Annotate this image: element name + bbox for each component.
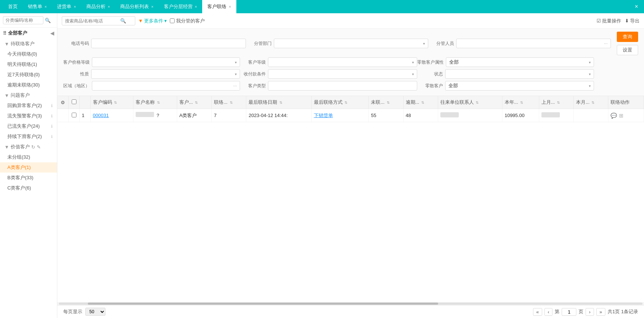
- sidebar-item-class-b[interactable]: B类客户(33): [0, 173, 57, 183]
- filter-customer-type-input[interactable]: [268, 81, 417, 91]
- scrollbar-thumb[interactable]: [88, 303, 438, 305]
- qr-icon[interactable]: ⊞: [619, 113, 623, 119]
- col-last-method[interactable]: 最后联络方式 ⇅: [311, 96, 369, 109]
- sidebar-item-declining[interactable]: 持续下滑客户(2) ℹ: [0, 131, 57, 142]
- col-name[interactable]: 客户名称 ⇅: [133, 96, 177, 109]
- col-overdue[interactable]: 逾期... ⇅: [403, 96, 438, 109]
- prev-page-btn[interactable]: ‹: [544, 308, 552, 316]
- filter-status-select[interactable]: ▾: [445, 69, 594, 79]
- batch-op-btn[interactable]: ☑ 批量操作: [597, 18, 621, 24]
- col-contact[interactable]: 联络... ⇅: [212, 96, 246, 109]
- sort-contact-icon: ⇅: [230, 100, 233, 105]
- filter-payment-select[interactable]: ▾: [268, 69, 417, 79]
- sidebar-search-icon[interactable]: 🔍: [45, 18, 51, 23]
- filter-nature-select[interactable]: ▾: [91, 69, 240, 79]
- page-label: 第: [555, 308, 559, 315]
- sidebar-item-unclassified[interactable]: 未分组(32): [0, 152, 57, 162]
- sidebar-search-input[interactable]: [3, 16, 43, 24]
- sidebar-search-container: 🔍: [0, 13, 57, 28]
- close-sales-tab[interactable]: ×: [44, 4, 47, 9]
- close-product-list-tab[interactable]: ×: [151, 4, 153, 9]
- pending-contact-group[interactable]: ▼ 待联络客户: [0, 39, 57, 49]
- horizontal-scrollbar[interactable]: [57, 302, 644, 305]
- col-gear[interactable]: ⚙: [57, 96, 68, 109]
- col-code[interactable]: 客户编码 ⇅: [90, 96, 133, 109]
- filter-retail-attr-select[interactable]: 全部 ▾: [446, 57, 594, 67]
- main-search-input[interactable]: [65, 18, 120, 24]
- sidebar-item-overdue[interactable]: 逾期未联络(30): [0, 80, 57, 90]
- refresh-icon[interactable]: ↻: [31, 144, 35, 150]
- nav-sales[interactable]: 销售单 ×: [23, 0, 52, 13]
- filter-icon: ▼: [138, 18, 143, 24]
- collapse-icon[interactable]: ◀: [50, 31, 54, 36]
- info-icon1: ℹ: [51, 103, 53, 108]
- col-this-year[interactable]: 本年... ⇅: [502, 96, 539, 109]
- sidebar-item-7days[interactable]: 近7天待联络(0): [0, 70, 57, 80]
- main-search-icon[interactable]: 🔍: [120, 18, 126, 24]
- my-customer-checkbox[interactable]: [170, 18, 175, 23]
- col-last-month[interactable]: 上月... ⇅: [539, 96, 573, 109]
- sidebar-item-class-a[interactable]: A类客户(1): [0, 162, 57, 173]
- close-purchase-tab[interactable]: ×: [74, 4, 76, 9]
- more-filters-btn[interactable]: ▼ 更多条件 ▾: [138, 18, 167, 24]
- close-customer-tier-tab[interactable]: ×: [195, 4, 197, 9]
- sort-overdue-icon: ⇅: [421, 100, 424, 105]
- row-code[interactable]: 000031: [90, 109, 133, 122]
- last-method-link[interactable]: 下销货单: [314, 113, 333, 118]
- filter-nature: 性质 ▾: [63, 69, 240, 79]
- first-page-btn[interactable]: «: [533, 308, 542, 316]
- filter-customer-level-select[interactable]: ▾: [268, 57, 417, 67]
- nav-product-analysis[interactable]: 商品分析 ×: [81, 0, 115, 13]
- row-index: 1: [79, 109, 90, 122]
- value-customers-group[interactable]: ▼ 价值客户 ↻ ✎: [0, 142, 57, 152]
- nav-home[interactable]: 首页: [3, 0, 23, 13]
- export-btn[interactable]: ⬇ 导出: [625, 18, 640, 24]
- last-page-btn[interactable]: »: [596, 308, 605, 316]
- sort-nocontact-icon: ⇅: [387, 100, 390, 105]
- nav-product-list[interactable]: 商品分析列表 ×: [115, 0, 158, 13]
- next-page-btn[interactable]: ›: [586, 308, 594, 316]
- select-all-checkbox[interactable]: [72, 99, 76, 104]
- filter-dept: 分管部门 ▾: [246, 39, 429, 48]
- sidebar-item-tomorrow[interactable]: 明天待联络(1): [0, 59, 57, 70]
- problem-customers-group[interactable]: ▼ 问题客户: [0, 90, 57, 100]
- nav-customer-tier[interactable]: 客户分层经营 ×: [159, 0, 202, 13]
- filter-row-2: 客户价格等级 ▾ 客户等级 ▾ 零散客户属性 全部 ▾: [63, 57, 638, 67]
- close-product-analysis-tab[interactable]: ×: [108, 4, 110, 9]
- my-customer-toggle[interactable]: 我分管的客户: [170, 18, 205, 24]
- edit-icon[interactable]: ✎: [37, 144, 41, 150]
- col-this-month[interactable]: 本月... ⇅: [573, 96, 608, 109]
- close-all-btn[interactable]: ×: [632, 3, 641, 10]
- action-icons: 💬 ⊞: [611, 113, 641, 119]
- col-last-date[interactable]: 最后联络日期 ⇅: [246, 96, 311, 109]
- page-input[interactable]: [562, 308, 576, 316]
- col-no-contact[interactable]: 未联... ⇅: [369, 96, 403, 109]
- sidebar-item-today[interactable]: 今天待联络(0): [0, 49, 57, 59]
- row-select-checkbox[interactable]: [72, 113, 76, 117]
- sidebar-item-repurchase-abnormal[interactable]: 回购异常客户(2) ℹ: [0, 100, 57, 111]
- message-icon[interactable]: 💬: [611, 113, 617, 119]
- sidebar-item-class-c[interactable]: C类客户(6): [0, 183, 57, 193]
- nav-purchase[interactable]: 进货单 ×: [52, 0, 81, 13]
- filter-phone-input[interactable]: [91, 39, 246, 48]
- settings-button[interactable]: 设置: [617, 45, 638, 55]
- close-customer-contact-tab[interactable]: ×: [229, 4, 231, 9]
- main-layout: 🔍 ⠿ 全部客户 ◀ ▼ 待联络客户 今天待联络(0) 明天待联络(1) 近7天…: [0, 13, 644, 318]
- sidebar-item-churned[interactable]: 已流失客户(24) ℹ: [0, 121, 57, 131]
- filter-dept-select[interactable]: ▾: [274, 39, 429, 48]
- row-checkbox[interactable]: [68, 109, 79, 122]
- query-button[interactable]: 查询: [617, 32, 638, 42]
- filter-manager-input[interactable]: ···: [456, 39, 611, 48]
- sort-lastmonth-icon: ⇅: [557, 100, 560, 105]
- nav-customer-contact[interactable]: 客户联络 ×: [202, 0, 236, 13]
- col-unit-contact[interactable]: 往来单位联系人 ⇅: [438, 96, 502, 109]
- filter-retail-customer-select[interactable]: 全部 ▾: [445, 81, 594, 91]
- filter-price-label: 客户价格等级: [63, 59, 90, 66]
- filter-price-select[interactable]: ▾: [92, 57, 240, 67]
- per-page-select[interactable]: 50 100 200: [85, 308, 105, 316]
- col-level[interactable]: 客户... ⇅: [177, 96, 211, 109]
- sidebar-item-churn-warning[interactable]: 流失预警客户(3) ℹ: [0, 111, 57, 121]
- row-last-method[interactable]: 下销货单: [311, 109, 369, 122]
- filter-region-select[interactable]: ···: [92, 81, 240, 91]
- all-customers-header[interactable]: ⠿ 全部客户 ◀: [0, 28, 57, 39]
